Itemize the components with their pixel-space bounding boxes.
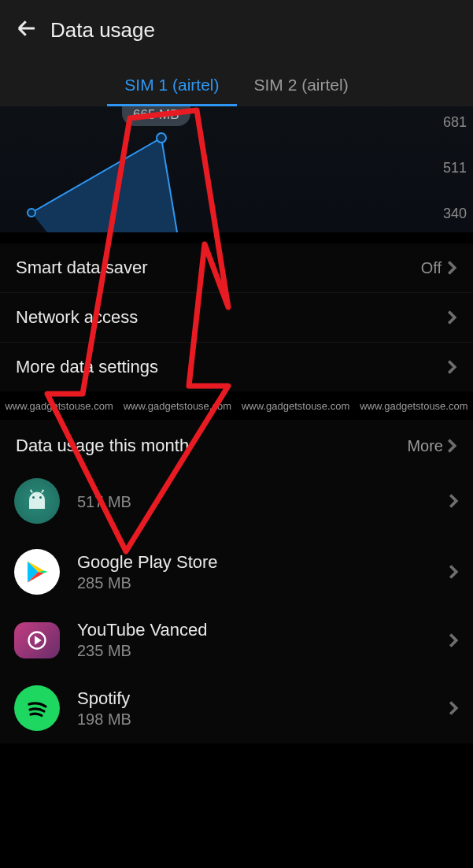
app-name: YouTube Vanced — [77, 620, 448, 640]
app-meta: YouTube Vanced 235 MB — [77, 620, 448, 660]
tab-sim2[interactable]: SIM 2 (airtel) — [237, 68, 366, 106]
svg-marker-0 — [31, 138, 177, 232]
play-store-icon — [14, 549, 60, 595]
app-row-android-system[interactable]: 517 MB — [0, 466, 473, 536]
chevron-right-icon — [448, 700, 459, 716]
app-row-spotify[interactable]: Spotify 198 MB — [0, 673, 473, 744]
row-value: Off — [421, 259, 442, 277]
usage-graph: 665 MB 681 511 340 — [0, 106, 473, 232]
row-network-access[interactable]: Network access — [0, 293, 473, 343]
apps-usage-section: Data usage this month More 517 MB Google… — [0, 420, 473, 744]
watermark-text: www.gadgetstouse.com — [5, 400, 113, 412]
app-meta: Google Play Store 285 MB — [77, 552, 448, 592]
chevron-right-icon — [446, 260, 457, 276]
more-link[interactable]: More — [407, 437, 443, 455]
youtube-vanced-icon — [14, 622, 60, 658]
app-meta: 517 MB — [77, 491, 448, 511]
spotify-icon — [14, 685, 60, 731]
app-row-play-store[interactable]: Google Play Store 285 MB — [0, 536, 473, 607]
back-button[interactable] — [11, 14, 42, 46]
watermark-text: www.gadgetstouse.com — [242, 400, 349, 412]
chevron-right-icon — [446, 310, 457, 325]
chevron-right-icon — [448, 493, 459, 509]
chevron-right-icon — [446, 438, 457, 454]
row-label: Network access — [16, 307, 446, 328]
y-tick-511: 511 — [443, 160, 467, 176]
app-usage: 198 MB — [77, 710, 448, 729]
svg-point-4 — [39, 496, 42, 499]
svg-point-3 — [32, 496, 35, 499]
row-smart-data-saver[interactable]: Smart data saver Off — [0, 243, 473, 293]
page-title: Data usage — [50, 18, 155, 43]
peak-value-badge: 665 MB — [122, 106, 190, 126]
row-label: Smart data saver — [16, 258, 421, 278]
app-meta: Spotify 198 MB — [77, 688, 448, 729]
usage-section-header: Data usage this month More — [0, 420, 473, 466]
android-icon — [14, 478, 60, 524]
app-header: Data usage — [0, 0, 473, 58]
usage-chart-svg — [0, 106, 473, 232]
app-usage: 517 MB — [77, 493, 448, 511]
chevron-right-icon — [448, 564, 459, 580]
settings-section: Smart data saver Off Network access More… — [0, 243, 473, 391]
y-tick-681: 681 — [443, 114, 467, 131]
y-tick-340: 340 — [443, 206, 467, 222]
watermark-strip: www.gadgetstouse.com www.gadgetstouse.co… — [0, 391, 473, 420]
row-label: More data settings — [16, 357, 446, 377]
chevron-right-icon — [446, 359, 457, 375]
app-row-youtube-vanced[interactable]: YouTube Vanced 235 MB — [0, 607, 473, 673]
app-usage: 235 MB — [77, 642, 448, 660]
watermark-text: www.gadgetstouse.com — [360, 400, 467, 412]
app-name: Spotify — [77, 688, 448, 709]
app-usage: 285 MB — [77, 574, 448, 592]
svg-point-2 — [157, 133, 166, 143]
row-more-data-settings[interactable]: More data settings — [0, 343, 473, 391]
back-arrow-icon — [15, 17, 39, 43]
tab-sim1[interactable]: SIM 1 (airtel) — [107, 68, 236, 106]
svg-point-1 — [28, 209, 35, 217]
chevron-right-icon — [448, 632, 459, 648]
section-title: Data usage this month — [16, 436, 407, 456]
app-name: Google Play Store — [77, 552, 448, 573]
sim-tabs: SIM 1 (airtel) SIM 2 (airtel) — [0, 58, 473, 106]
watermark-text: www.gadgetstouse.com — [124, 400, 231, 412]
